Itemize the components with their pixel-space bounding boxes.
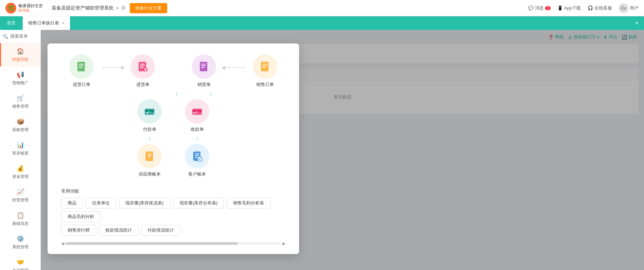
sidebar-item-system[interactable]: ⚙️ 系统管理: [0, 231, 40, 254]
flow-row-arrows-2: ↓ ↓: [61, 135, 285, 141]
top-header: 🌿 畅康通好生意 标准版 装备及固定资产辅助管理系统 ▾ ⚙ 体验行业方案 💬 …: [0, 0, 644, 16]
svg-rect-16: [262, 67, 266, 68]
tab-close-icon[interactable]: ×: [62, 20, 65, 26]
func-btn-payment-stats[interactable]: 付款情况统计: [141, 225, 180, 236]
sidebar-item-purchase[interactable]: 📦 采购管理: [0, 113, 40, 137]
sidebar-item-finance[interactable]: 💰 资金管理: [0, 160, 40, 184]
node-payment[interactable]: ¥ 付款单: [129, 99, 170, 132]
svg-rect-10: [201, 64, 206, 65]
svg-rect-14: [262, 64, 267, 65]
scroll-left-icon[interactable]: ◀: [61, 241, 64, 246]
common-funcs-title: 常用功能: [61, 188, 285, 194]
common-funcs-section: 常用功能 商品 往来单位 现存量(库存状况表) 现存量(库存分布表) 销售毛利分…: [61, 188, 285, 236]
node-customer-ledger[interactable]: 客户账本: [177, 144, 217, 177]
avatar: Ea: [619, 3, 628, 13]
purchase-icon: 📦: [16, 118, 24, 126]
node-supplier-ledger[interactable]: 供应商账本: [129, 144, 170, 177]
svg-rect-3: [79, 67, 82, 68]
user-area[interactable]: Ea 用户: [619, 3, 639, 13]
svg-rect-0: [77, 62, 85, 71]
modal-scrollbar: ◀ ▶: [61, 241, 285, 246]
message-badge: 5: [545, 6, 551, 10]
svg-point-8: [144, 68, 147, 71]
node-sales-bill[interactable]: 销货单: [184, 54, 224, 88]
modal-overlay: 进货订单 ▶: [41, 30, 644, 270]
svg-rect-33: [195, 155, 199, 156]
svg-rect-15: [262, 66, 267, 66]
svg-rect-25: [146, 151, 153, 161]
sidebar: 🔍 搜索菜单 🏠 快捷导航 📢 营销推广 🛒 销售管理 📦 采购管理 📊 库存核…: [0, 30, 41, 270]
func-btn-sales-rank[interactable]: 销售排行榜: [61, 225, 96, 236]
sidebar-search[interactable]: 🔍 搜索菜单: [0, 30, 40, 43]
svg-rect-7: [140, 67, 143, 68]
tab-sales-order[interactable]: 销售订单执行表 ×: [23, 16, 70, 30]
func-buttons-row-2: 销售排行榜 收款情况统计 付款情况统计: [61, 225, 285, 236]
finance-icon: 💰: [16, 164, 24, 173]
quick-nav-modal: 进货订单 ▶: [48, 43, 299, 254]
system-title: 装备及固定资产辅助管理系统 ▾: [52, 5, 118, 11]
app-download-btn[interactable]: 📱 App下载: [557, 5, 581, 11]
sidebar-item-operations[interactable]: 📈 经营管理: [0, 184, 40, 207]
sales-order-circle: [253, 54, 277, 79]
sidebar-item-inventory[interactable]: 📊 库存核算: [0, 137, 40, 160]
system-icon: ⚙️: [16, 235, 24, 243]
svg-rect-1: [79, 64, 84, 65]
sidebar-item-marketing[interactable]: 📢 营销推广: [0, 67, 40, 90]
app-icon: 📱: [557, 5, 563, 11]
logo-icon: 🌿: [5, 3, 16, 14]
func-btn-product[interactable]: 商品: [61, 198, 83, 209]
system-dropdown-icon[interactable]: ▾: [116, 6, 118, 11]
customer-ledger-circle: [185, 144, 209, 168]
node-purchase-order[interactable]: 进货订单: [61, 54, 102, 88]
quick-nav-icon: 🏠: [16, 47, 24, 55]
func-btn-product-margin[interactable]: 商品毛利分析: [61, 211, 101, 222]
sidebar-item-basic[interactable]: 📋 基础信息: [0, 207, 40, 231]
purchase-bill-circle: [130, 54, 155, 79]
func-btn-sales-margin[interactable]: 销售毛利分析表: [227, 198, 271, 209]
svg-rect-32: [195, 154, 199, 154]
enterprise-icon: 🤝: [16, 258, 24, 266]
purchase-order-circle: [69, 54, 94, 79]
flow-row-2: ¥ 付款单 ¥: [61, 99, 285, 132]
message-btn[interactable]: 💬 消息 5: [528, 5, 551, 11]
tab-bar-close-icon[interactable]: ×: [629, 16, 644, 30]
svg-rect-6: [140, 66, 145, 66]
func-btn-receipt-stats[interactable]: 收款情况统计: [99, 225, 138, 236]
scroll-right-icon[interactable]: ▶: [282, 241, 285, 246]
svg-rect-11: [201, 66, 206, 66]
func-btn-stock-status[interactable]: 现存量(库存状况表): [119, 198, 170, 209]
node-receipt[interactable]: ¥ 收款单: [177, 99, 217, 132]
search-icon: 🔍: [3, 34, 8, 39]
content-area: ❓ 帮助 🖨 按模板打印 ▾ ⬆ 导出 🔄 刷新: [41, 30, 644, 270]
sidebar-item-quick-nav[interactable]: 🏠 快捷导航: [0, 43, 40, 67]
trial-button[interactable]: 体验行业方案: [130, 3, 167, 13]
flow-row-arrows: ↓ ↓: [61, 90, 285, 96]
svg-rect-2: [79, 66, 84, 66]
svg-rect-26: [145, 152, 147, 160]
svg-rect-31: [193, 152, 194, 160]
service-icon: 🎧: [588, 5, 593, 11]
logo-area: 🌿 畅康通好生意 标准版: [5, 3, 46, 14]
func-btn-partner[interactable]: 往来单位: [86, 198, 116, 209]
inventory-icon: 📊: [16, 141, 24, 149]
tab-home[interactable]: 首页: [0, 16, 23, 30]
func-btn-stock-dist[interactable]: 现存量(库存分布表): [173, 198, 224, 209]
payment-circle: ¥: [137, 99, 162, 124]
svg-rect-28: [147, 155, 152, 156]
scroll-track[interactable]: [66, 242, 281, 245]
online-service-btn[interactable]: 🎧 在线客服: [588, 5, 612, 11]
sidebar-item-enterprise[interactable]: 🤝 企业协同: [0, 254, 40, 270]
flow-diagram: 进货订单 ▶: [61, 54, 285, 180]
func-buttons-row-1: 商品 往来单位 现存量(库存状况表) 现存量(库存分布表) 销售毛利分析表 商品…: [61, 198, 285, 222]
svg-rect-9: [200, 62, 207, 71]
node-sales-order[interactable]: 销售订单: [245, 54, 285, 88]
sidebar-item-sales[interactable]: 🛒 销售管理: [0, 90, 40, 113]
node-purchase-bill[interactable]: 进货单: [122, 54, 163, 88]
svg-rect-13: [261, 62, 268, 71]
basic-icon: 📋: [16, 211, 24, 219]
svg-rect-5: [140, 64, 145, 65]
sales-icon: 🛒: [16, 94, 24, 102]
gear-icon[interactable]: ⚙: [121, 5, 126, 11]
header-right: 💬 消息 5 📱 App下载 🎧 在线客服 Ea 用户: [528, 3, 639, 13]
flow-row-1: 进货订单 ▶: [61, 54, 285, 88]
